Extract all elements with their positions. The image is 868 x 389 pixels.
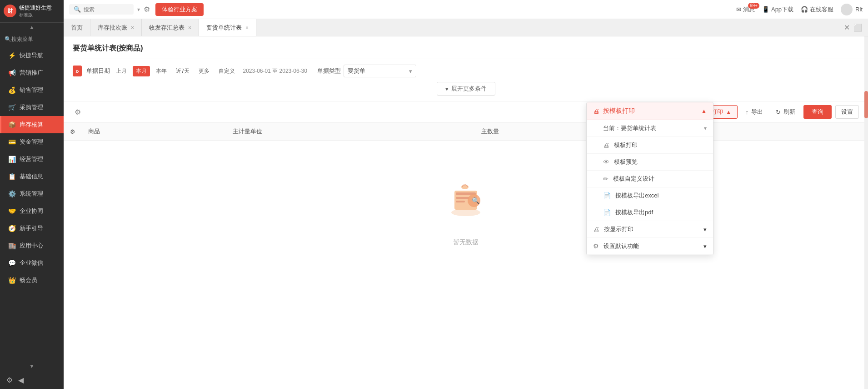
dropdown-item-export-excel[interactable]: 📄 按模板导出excel — [587, 187, 713, 204]
tab-home-label: 首页 — [71, 24, 83, 32]
close-window-icon[interactable]: ✕ — [844, 23, 850, 32]
table-header-row: ⚙ 商品 主计量单位 主数量 零售金额 — [64, 123, 868, 141]
dropdown-header-left: 🖨 按模板打印 — [593, 107, 635, 115]
type-filter-group: 单据类型 要货单 ▾ — [317, 65, 416, 77]
messages-badge: 99+ — [748, 3, 759, 9]
sidebar-scroll-down[interactable]: ▼ — [0, 362, 64, 371]
app-download-btn[interactable]: 📱 App下载 — [762, 5, 793, 14]
settings-btn[interactable]: 设置 — [835, 105, 859, 119]
sidebar-item-marketing[interactable]: 📢 营销推广 — [0, 64, 64, 81]
print-chevron-up-icon: ▲ — [726, 109, 732, 116]
right-scrollbar[interactable] — [864, 36, 868, 389]
display-print-icon: 🖨 — [593, 226, 599, 233]
dropdown-current-item[interactable]: 当前：要货单统计表 ▾ — [587, 120, 713, 137]
trial-btn[interactable]: 体验行业方案 — [155, 3, 204, 16]
tab-order-summary-close[interactable]: × — [245, 25, 249, 31]
refresh-btn[interactable]: ↻ 刷新 — [771, 106, 800, 118]
refresh-icon: ↻ — [776, 109, 781, 116]
sidebar-item-operations[interactable]: 📊 经营管理 — [0, 151, 64, 168]
search-input[interactable] — [84, 6, 129, 13]
table-settings-icon-btn[interactable]: ⚙ — [73, 106, 83, 118]
type-filter-select[interactable]: 要货单 ▾ — [344, 65, 416, 77]
sidebar-item-label: 销售管理 — [20, 86, 43, 94]
topbar-search-box[interactable]: 🔍 — [69, 4, 134, 15]
sidebar-item-finance[interactable]: 💳 资金管理 — [0, 133, 64, 151]
dropdown-item-set-default[interactable]: ⚙ 设置默认功能 ▾ — [587, 238, 713, 255]
sidebar-search[interactable]: 🔍 搜索菜单 — [0, 32, 64, 47]
user-menu[interactable]: Rit — [841, 4, 863, 15]
date-current-month-btn[interactable]: 本月 — [133, 66, 150, 76]
settings-icon[interactable]: ⚙ — [6, 376, 13, 384]
dropdown-header-arrow-icon: ▲ — [701, 108, 707, 114]
dropdown-item-template-design[interactable]: ✏ 模板自定义设计 — [587, 171, 713, 187]
sidebar-item-collab[interactable]: 🤝 企业协同 — [0, 202, 64, 220]
date-current-year-btn[interactable]: 本年 — [153, 66, 170, 76]
tab-order-summary[interactable]: 要货单统计表 × — [199, 19, 256, 36]
page-header: 要货单统计表(按商品) — [64, 36, 868, 59]
set-default-arrow-icon: ▾ — [703, 243, 707, 250]
nav-icon-operations: 📊 — [8, 155, 16, 163]
tab-inventory-batch-label: 库存批次账 — [98, 24, 127, 32]
column-settings-icon[interactable]: ⚙ — [70, 128, 75, 135]
tab-receivable-summary-close[interactable]: × — [188, 25, 191, 31]
topbar-gear-icon[interactable]: ⚙ — [144, 5, 150, 14]
dropdown-item-template-print[interactable]: 🖨 模板打印 — [587, 137, 713, 154]
maximize-window-icon[interactable]: ⬜ — [853, 23, 863, 32]
sidebar-scroll-up[interactable]: ▲ — [0, 23, 64, 32]
sidebar-item-member[interactable]: 👑 畅会员 — [0, 272, 64, 289]
empty-state-text: 暂无数据 — [453, 238, 479, 247]
sidebar-item-basic[interactable]: 📋 基础信息 — [0, 168, 64, 185]
dropdown-item-export-pdf[interactable]: 📄 按模板导出pdf — [587, 204, 713, 221]
filter-expand-btn[interactable]: » — [73, 66, 82, 76]
content-area: 要货单统计表(按商品) » 单据日期 上月 本月 本年 近7天 更多 自定义 2… — [64, 36, 868, 389]
sidebar-item-purchase[interactable]: 🛒 采购管理 — [0, 99, 64, 116]
sidebar-item-wxwork[interactable]: 💬 企业微信 — [0, 254, 64, 272]
sidebar-item-system[interactable]: ⚙️ 系统管理 — [0, 185, 64, 202]
nav-icon-inventory: 📦 — [8, 121, 16, 129]
nav-icon-appstore: 🏬 — [8, 242, 16, 250]
dropdown-item-export-pdf-label: 按模板导出pdf — [615, 208, 653, 217]
nav-icon-wxwork: 💬 — [8, 259, 16, 267]
export-btn[interactable]: ↑ 导出 — [741, 106, 768, 118]
more-conditions-btn[interactable]: ▾ 展开更多条件 — [437, 82, 495, 96]
messages-btn[interactable]: ✉ 消息 99+ — [736, 5, 755, 14]
dropdown-header[interactable]: 🖨 按模板打印 ▲ — [587, 102, 713, 120]
tab-inventory-batch-close[interactable]: × — [131, 25, 134, 31]
collapse-icon[interactable]: ◀ — [18, 376, 24, 384]
dropdown-item-template-preview[interactable]: 👁 模板预览 — [587, 154, 713, 171]
sidebar-item-inventory[interactable]: 📦 库存核算 — [0, 116, 64, 133]
sidebar-item-sales[interactable]: 💰 销售管理 — [0, 81, 64, 99]
edit-icon: ✏ — [603, 175, 609, 182]
toolbar: ⚙ 🖨 按模板打印 ▲ ↑ 导出 ↻ 刷新 查询 设置 — [64, 101, 868, 123]
avatar — [841, 4, 853, 15]
dropdown-item-set-default-label: 设置默认功能 — [604, 242, 639, 250]
th-gear: ⚙ — [64, 123, 82, 141]
table-wrap: ⚙ 商品 主计量单位 主数量 零售金额 — [64, 123, 868, 141]
online-service-btn[interactable]: 🎧 在线客服 — [801, 5, 833, 14]
date-prev-month-btn[interactable]: 上月 — [113, 66, 130, 76]
empty-state: 🔍 暂无数据 — [64, 141, 868, 274]
date-custom-btn[interactable]: 自定义 — [215, 66, 238, 76]
query-btn[interactable]: 查询 — [803, 105, 832, 119]
tab-order-summary-label: 要货单统计表 — [206, 24, 242, 32]
sidebar-item-appstore[interactable]: 🏬 应用中心 — [0, 237, 64, 254]
date-more-btn[interactable]: 更多 — [195, 66, 213, 76]
printer-icon-dropdown: 🖨 — [593, 107, 599, 115]
sidebar-item-quick-nav[interactable]: ⚡ 快捷导航 — [0, 47, 64, 64]
dropdown-item-display-print[interactable]: 🖨 按显示打印 ▾ — [587, 221, 713, 238]
th-unit: 主计量单位 — [226, 123, 475, 141]
tab-receivable-summary[interactable]: 收发存汇总表 × — [142, 19, 199, 36]
display-print-arrow-icon: ▾ — [703, 226, 707, 233]
sidebar-item-label: 库存核算 — [20, 121, 43, 129]
sidebar-item-guide[interactable]: 🧭 新手引导 — [0, 220, 64, 237]
topbar-chevron-icon[interactable]: ▾ — [137, 6, 140, 13]
refresh-label: 刷新 — [783, 108, 795, 116]
type-filter-value: 要货单 — [348, 67, 365, 75]
scrollbar-thumb — [864, 91, 868, 118]
sidebar-nav: ⚡ 快捷导航 📢 营销推广 💰 销售管理 🛒 采购管理 📦 库存核算 💳 资金管… — [0, 47, 64, 362]
date-last7days-btn[interactable]: 近7天 — [173, 66, 193, 76]
sidebar-item-label: 畅会员 — [20, 276, 37, 284]
tab-home[interactable]: 首页 — [64, 19, 90, 36]
tab-inventory-batch[interactable]: 库存批次账 × — [90, 19, 142, 36]
export-label: 导出 — [751, 108, 763, 116]
